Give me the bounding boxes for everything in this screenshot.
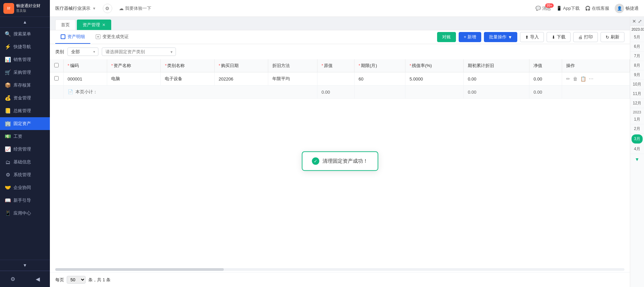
sub-tab-change-voucher[interactable]: 变更生成凭证 bbox=[90, 30, 134, 44]
new-button[interactable]: + 新增 bbox=[459, 32, 481, 42]
tab-close-icon[interactable]: ✕ bbox=[102, 23, 105, 27]
month-11[interactable]: 11月 bbox=[630, 89, 644, 99]
year-label-2023: 2023 bbox=[630, 108, 644, 115]
sidebar-item-system[interactable]: ⚙ 系统管理 bbox=[0, 168, 50, 181]
month-2023-2[interactable]: 2月 bbox=[630, 124, 644, 134]
topbar: 医疗器械行业演示 ▼ ⚙ ☁ 我要体验一下 💬 消息 99+ 📱 App下载 🎧… bbox=[50, 0, 644, 17]
sidebar-item-label: 企业协同 bbox=[13, 185, 31, 191]
sidebar-scroll-up[interactable]: ▲ bbox=[22, 18, 29, 26]
sidebar-bottom: ⚙ ◀ bbox=[0, 271, 50, 287]
month-9[interactable]: 9月 bbox=[630, 70, 644, 80]
refresh-button[interactable]: ↻ 刷新 bbox=[601, 32, 624, 42]
sidebar-item-guide[interactable]: 📖 新手引导 bbox=[0, 194, 50, 207]
sidebar-item-capital[interactable]: 💰 资金管理 bbox=[0, 92, 50, 104]
table-wrap: *编码 *资产名称 *类别名称 *购买日期 折旧方法 *原值 *期限(月) *残… bbox=[50, 59, 630, 267]
sidebar-item-purchase[interactable]: 🛒 采购管理 bbox=[0, 66, 50, 79]
sidebar-item-ledger[interactable]: 📒 总账管理 bbox=[0, 104, 50, 117]
sidebar-item-basic-info[interactable]: 🗂 基础信息 bbox=[0, 156, 50, 168]
delete-icon[interactable]: 🗑 bbox=[573, 76, 578, 82]
reconcile-button[interactable]: 对账 bbox=[437, 32, 456, 42]
table-row: 000001 电脑 电子设备 202206 年限平均 60 5.0000 0.0… bbox=[50, 72, 630, 86]
sidebar-item-label: 基础信息 bbox=[13, 159, 31, 165]
edit-icon[interactable]: ✏ bbox=[566, 76, 570, 82]
month-5[interactable]: 5月 bbox=[630, 33, 644, 42]
th-depreciation: 折旧方法 bbox=[268, 59, 317, 72]
more-icon[interactable]: ⋯ bbox=[589, 76, 593, 82]
sidebar-item-sales[interactable]: 📊 销售管理 bbox=[0, 53, 50, 66]
right-panel-scroll: 5月 6月 7月 8月 9月 10月 11月 12月 2023 1月 2月 3月… bbox=[630, 33, 644, 287]
month-2023-3[interactable]: 3月 bbox=[632, 134, 643, 144]
td-residual-rate: 5.0000 bbox=[405, 72, 464, 86]
sidebar-item-app-center[interactable]: 📱 应用中心 bbox=[0, 207, 50, 220]
tab-home[interactable]: 首页 bbox=[55, 20, 75, 30]
td-subtotal-empty2 bbox=[405, 86, 464, 99]
month-12[interactable]: 12月 bbox=[630, 99, 644, 108]
online-service-button[interactable]: 🎧 在线客服 bbox=[585, 5, 609, 11]
month-2023-4[interactable]: 4月 bbox=[630, 145, 644, 154]
sidebar-item-search[interactable]: 🔍 搜索菜单 bbox=[0, 28, 50, 40]
sub-tab-asset-detail[interactable]: 资产明细 bbox=[55, 30, 90, 44]
per-page-label: 每页 bbox=[55, 277, 64, 283]
company-selector[interactable]: 医疗器械行业演示 ▼ bbox=[55, 5, 96, 11]
category-label: 类别 bbox=[55, 49, 64, 55]
right-panel-close-btn[interactable]: ✕ bbox=[632, 18, 637, 24]
import-button[interactable]: ⬆ 导入 bbox=[520, 32, 544, 42]
td-name: 电脑 bbox=[107, 72, 161, 86]
horizontal-scrollbar[interactable] bbox=[55, 268, 624, 271]
batch-ops-button[interactable]: 批量操作 ▼ bbox=[484, 32, 517, 42]
month-6[interactable]: 6月 bbox=[630, 42, 644, 52]
horizontal-scrollbar-wrap bbox=[50, 267, 630, 272]
collapse-sidebar-btn[interactable]: ◀ bbox=[33, 275, 42, 284]
tab-home-label: 首页 bbox=[61, 22, 70, 28]
sidebar-item-fixed-assets[interactable]: 🏢 固定资产 bbox=[0, 117, 50, 130]
settings-button[interactable]: ⚙ bbox=[103, 4, 112, 13]
td-subtotal-actions bbox=[562, 86, 630, 99]
month-2023-1[interactable]: 1月 bbox=[630, 115, 644, 124]
subtotal-label: 本页小计： bbox=[75, 89, 97, 94]
experience-button[interactable]: ☁ 我要体验一下 bbox=[119, 5, 151, 11]
logo-sub: 普及版 bbox=[16, 8, 40, 13]
success-toast: ✓ 清理固定资产成功！ bbox=[302, 151, 378, 171]
th-purchase-date: *购买日期 bbox=[214, 59, 268, 72]
th-name: *资产名称 bbox=[107, 59, 161, 72]
download-button[interactable]: ⬇ 下载 bbox=[547, 32, 571, 42]
th-checkbox bbox=[50, 59, 63, 72]
month-8[interactable]: 8月 bbox=[630, 61, 644, 70]
down-arrow-icon: ▼ bbox=[635, 157, 640, 162]
select-all-checkbox[interactable] bbox=[54, 63, 59, 67]
per-page-select[interactable]: 10 20 50 100 bbox=[67, 276, 86, 284]
right-panel-expand-btn[interactable]: ⤢ bbox=[637, 18, 643, 24]
month-10[interactable]: 10月 bbox=[630, 80, 644, 89]
category-input[interactable] bbox=[102, 47, 176, 56]
app-download-button[interactable]: 📱 App下载 bbox=[556, 5, 580, 11]
right-panel-down-indicator: ▼ bbox=[630, 154, 644, 165]
avatar-image: 👤 bbox=[615, 4, 624, 13]
sidebar-item-label: 应用中心 bbox=[13, 210, 31, 216]
td-code: 000001 bbox=[63, 72, 107, 86]
basic-info-icon: 🗂 bbox=[5, 159, 11, 165]
sidebar-scroll-down[interactable]: ▼ bbox=[22, 261, 29, 269]
sidebar-item-cooperation[interactable]: 🤝 企业协同 bbox=[0, 181, 50, 194]
print-button[interactable]: 🖨 打印 bbox=[573, 32, 598, 42]
category-select[interactable]: 全部 电子设备 办公设备 机械设备 bbox=[67, 47, 98, 56]
asset-table: *编码 *资产名称 *类别名称 *购买日期 折旧方法 *原值 *期限(月) *残… bbox=[50, 59, 630, 99]
fixed-assets-icon: 🏢 bbox=[5, 121, 11, 127]
month-7[interactable]: 7月 bbox=[630, 52, 644, 61]
sidebar-item-inventory[interactable]: 📦 库存核算 bbox=[0, 79, 50, 92]
success-message: 清理固定资产成功！ bbox=[323, 158, 368, 164]
sidebar-item-payroll[interactable]: 💵 工资 bbox=[0, 130, 50, 143]
sidebar-item-operations[interactable]: 📈 经营管理 bbox=[0, 143, 50, 156]
logo-text: 畅捷通好业财 bbox=[16, 3, 40, 9]
tab-asset-management[interactable]: 资产管理 ✕ bbox=[77, 20, 111, 30]
ledger-icon: 📒 bbox=[5, 108, 11, 114]
th-period: *期限(月) bbox=[355, 59, 405, 72]
pagination: 每页 10 20 50 100 条，共 1 条 bbox=[50, 272, 630, 287]
sidebar-item-quicknav[interactable]: ⚡ 快捷导航 bbox=[0, 40, 50, 53]
subtotal-row: 📄 本页小计： 0.00 0.00 0.00 bbox=[50, 86, 630, 99]
message-button[interactable]: 💬 消息 99+ bbox=[535, 5, 551, 11]
user-avatar[interactable]: 👤 畅捷通 bbox=[615, 4, 639, 13]
row-checkbox[interactable] bbox=[54, 76, 59, 81]
settings-bottom-btn[interactable]: ⚙ bbox=[8, 275, 18, 284]
print-icon: 🖨 bbox=[578, 35, 583, 40]
copy-icon[interactable]: 📋 bbox=[580, 76, 586, 82]
